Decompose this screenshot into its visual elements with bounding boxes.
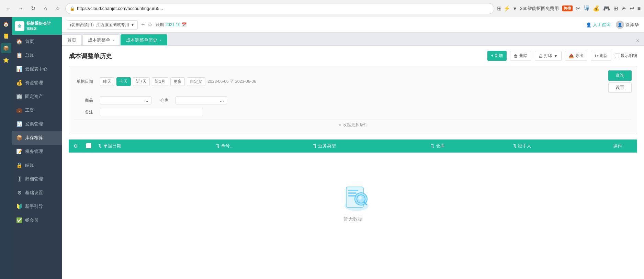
scissors-icon[interactable]: ✂ [576,5,580,12]
date-col-label: ⇅ 单据日期 [98,143,121,148]
tab-cost-adjust-history[interactable]: 成本调整单历史 × [121,34,167,45]
salary-nav-icon: 💼 [16,107,22,113]
date-btn-1month[interactable]: 近1月 [152,77,169,86]
empty-text: 暂无数据 [343,216,363,222]
brightness-icon[interactable]: ☀ [621,5,626,12]
browser-bar: ← → ↻ ⌂ ☆ 🔒 https://cloud.chanjet.com/ac… [0,0,644,17]
address-bar[interactable]: 🔒 https://cloud.chanjet.com/accounting/u… [65,3,494,14]
user-info[interactable]: 👤 徐泽华 [616,21,639,29]
sidebar-item-ledger[interactable]: 📋 总账 [12,48,62,62]
collapse-bar[interactable]: ∧ 收起更多条件 [74,120,632,130]
table-col-number[interactable]: ⇅ 单号... [213,140,310,153]
calendar-icon[interactable]: 📅 [182,22,187,27]
date-btn-7days[interactable]: 近7天 [133,77,150,86]
table-col-warehouse[interactable]: ⇅ 仓库 [427,140,510,153]
strip-item-star[interactable]: ⭐ [1,55,11,65]
date-btn-yesterday[interactable]: 昨天 [100,77,114,86]
goods-select[interactable]: … [100,96,151,104]
query-button[interactable]: 查询 [608,70,632,81]
date-btn-custom[interactable]: 自定义 [187,77,205,86]
sidebar-item-fund[interactable]: 💰 资金管理 [12,76,62,90]
page-title: 成本调整单历史 [69,52,112,60]
translate-icon[interactable]: 译 [584,5,589,12]
sidebar-item-report-center[interactable]: 📊 云报表中心 [12,62,62,76]
fund-nav-icon: 💰 [16,80,22,86]
sidebar-item-fixed-assets-label: 固定资产 [25,93,43,100]
sidebar-item-salary[interactable]: 💼 工资 [12,103,62,117]
print-button[interactable]: 🖨 打印 ▼ [535,51,562,61]
goods-filter-label: 商品 [74,98,93,103]
select-all-checkbox[interactable] [86,143,91,148]
table-col-date[interactable]: ⇅ 单据日期 [95,140,213,153]
table-col-business-type[interactable]: ⇅ 业务类型 [309,140,427,153]
bookmark-button[interactable]: ☆ [53,4,63,13]
tab-cost-adjust[interactable]: 成本调整单 × [82,34,120,45]
sidebar-item-settings[interactable]: ⚙ 基础设置 [12,186,62,200]
company-selector[interactable]: (勿删勿禁用）江西服宝测试专用 ▼ [67,20,138,30]
app-container: 🏠 📒 📦 ⭐ 会 畅捷通好会计 旗舰版 🏠 首页 📋 总账 📊 云报表中心 [0,17,644,279]
table-col-ops: 操作 [610,140,637,153]
collapse-icon: ∧ [338,122,342,127]
sidebar-item-vip[interactable]: ✅ 畅会员 [12,213,62,227]
reload-button[interactable]: ↻ [28,4,38,13]
dropdown-icon[interactable]: ▼ [512,6,517,11]
avatar-icon: 👤 [618,23,622,27]
report-nav-icon: 📊 [16,66,22,72]
tab-home[interactable]: 首页 [62,34,82,45]
user-service[interactable]: 👤 人工咨询 [586,22,611,28]
business-type-col-label: ⇅ 业务类型 [313,143,336,148]
sidebar-item-tax-label: 税务管理 [25,148,43,155]
wallet-icon[interactable]: 💰 [593,5,600,12]
remark-input[interactable] [100,108,203,116]
show-columns-checkbox[interactable] [615,54,619,58]
lightning-icon[interactable]: ⚡ [504,5,510,12]
export-label: 导出 [575,53,584,59]
home-button[interactable]: ⌂ [41,4,50,13]
print-dropdown-icon: ▼ [554,54,558,58]
warehouse-select[interactable]: … [176,96,227,104]
apps-icon[interactable]: ⊞ [613,5,618,12]
table-col-operator[interactable]: ⇅ 经手人 [510,140,610,153]
sidebar-item-fixed-assets[interactable]: 🏢 固定资产 [12,90,62,103]
menu-icon[interactable]: ≡ [637,5,641,12]
sidebar-item-fund-label: 资金管理 [25,80,43,86]
table-checkbox-header[interactable] [82,140,95,153]
date-btn-more[interactable]: 更多 [170,77,185,86]
strip-item-active[interactable]: 📦 [1,43,11,53]
sidebar-item-tax[interactable]: 📝 税务管理 [12,145,62,158]
tab-cost-adjust-close[interactable]: × [112,38,114,42]
delete-button[interactable]: 🗑 删除 [510,51,531,61]
add-tab-button[interactable]: + [141,21,145,29]
ledger-nav-icon: 📋 [16,52,22,58]
strip-item-home[interactable]: 🏠 [1,19,11,29]
export-button[interactable]: 📤 导出 [565,51,587,61]
gear-icon[interactable]: ⚙ [74,143,78,149]
undo-icon[interactable]: ↩ [630,5,634,12]
delete-icon: 🗑 [514,54,518,58]
settings-small-icon[interactable]: ⚙ [148,22,152,27]
show-columns-label[interactable]: 显示明细 [615,53,637,59]
logo-icon: 会 [15,21,24,31]
grid-icon[interactable]: ⊞ [497,5,501,12]
remark-filter-label: 备注 [74,109,93,115]
strip-item-book[interactable]: 📒 [1,31,11,41]
table-gear-header[interactable]: ⚙ [69,140,82,153]
tab-history-close[interactable]: × [159,38,161,42]
invoice-nav-icon: 🧾 [16,121,22,127]
date-btn-today[interactable]: 今天 [116,77,131,86]
refresh-button[interactable]: ↻ 刷新 [591,51,611,61]
sidebar-item-guide[interactable]: 🔰 新手引导 [12,200,62,213]
sidebar-item-inventory[interactable]: 📦 库存核算 [12,131,62,145]
forward-button[interactable]: → [16,4,25,13]
sidebar-item-home[interactable]: 🏠 首页 [12,35,62,48]
sidebar-item-close[interactable]: 🔒 结账 [12,158,62,172]
new-button[interactable]: + 新增 [487,51,507,61]
settings-nav-icon: ⚙ [16,190,22,196]
sidebar-item-invoice[interactable]: 🧾 发票管理 [12,117,62,131]
operator-col-label: ⇅ 经手人 [513,143,532,148]
back-button[interactable]: ← [3,4,13,13]
set-button[interactable]: 设置 [608,82,632,93]
sidebar-item-archive[interactable]: 🗄 归档管理 [12,172,62,186]
game-icon[interactable]: 🎮 [603,5,610,12]
tab-close-all-icon[interactable]: × [635,36,641,45]
